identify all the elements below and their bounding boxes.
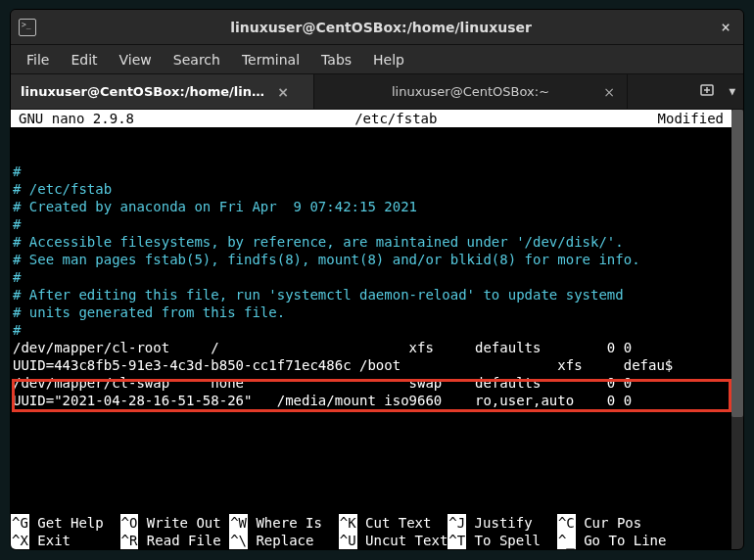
file-line: UUID=443c8fb5-91e3-4c3d-b850-cc1f71ec486… — [11, 356, 743, 374]
shortcut-desc: Exit — [29, 532, 120, 549]
shortcut-desc: Uncut Text — [357, 532, 448, 549]
menu-search[interactable]: Search — [164, 48, 230, 71]
shortcut-desc: Replace — [248, 532, 339, 549]
shortcut-key: ^J — [448, 514, 466, 532]
shortcut-desc: Get Help — [29, 514, 120, 532]
shortcut-key: ^K — [339, 514, 357, 532]
tabbar: linuxuser@CentOSBox:/home/linuxus... × l… — [11, 74, 743, 110]
window-title: linuxuser@CentOSBox:/home/linuxuser — [46, 20, 716, 35]
shortcut-key: ^T — [448, 532, 466, 549]
file-line-highlighted: UUID="2021-04-28-16-51-58-26" /media/mou… — [11, 392, 743, 409]
shortcut-key: ^_ — [557, 532, 576, 549]
shortcut-key: ^G — [11, 514, 29, 532]
tab-0[interactable]: linuxuser@CentOSBox:/home/linuxus... × — [11, 74, 314, 109]
shortcut-key: ^X — [11, 532, 29, 549]
menu-view[interactable]: View — [110, 48, 162, 71]
tab-0-close-icon[interactable]: × — [275, 84, 291, 100]
nano-status: Modified — [658, 110, 724, 127]
nano-filename: /etc/fstab — [354, 110, 437, 127]
menubar: File Edit View Search Terminal Tabs Help — [11, 45, 743, 74]
scrollbar-thumb[interactable] — [731, 110, 743, 417]
close-button[interactable]: × — [716, 18, 735, 36]
menu-terminal[interactable]: Terminal — [232, 48, 309, 71]
file-line: # After editing this file, run 'systemct… — [11, 286, 743, 303]
menu-edit[interactable]: Edit — [61, 48, 107, 71]
file-line: # /etc/fstab — [11, 180, 743, 198]
nano-header: GNU nano 2.9.8 /etc/fstab Modified — [11, 110, 731, 127]
shortcut-key: ^\ — [229, 532, 248, 549]
nano-version: GNU nano 2.9.8 — [19, 110, 134, 127]
tab-controls: ▼ — [691, 74, 743, 109]
shortcut-key: ^R — [120, 532, 139, 549]
titlebar: linuxuser@CentOSBox:/home/linuxuser × — [11, 10, 743, 45]
shortcut-desc: Write Out — [138, 514, 229, 532]
tab-menu-dropdown-icon[interactable]: ▼ — [729, 85, 735, 98]
file-line: # Accessible filesystems, by reference, … — [11, 233, 743, 251]
nano-footer: ^G Get Help ^O Write Out ^W Where Is ^K … — [11, 514, 731, 549]
scrollbar[interactable] — [731, 110, 743, 549]
menu-help[interactable]: Help — [363, 48, 414, 71]
menu-tabs[interactable]: Tabs — [311, 48, 361, 71]
tab-1-close-icon[interactable]: × — [601, 84, 617, 100]
shortcut-key: ^U — [339, 532, 357, 549]
file-line — [11, 145, 743, 163]
file-line: # Created by anaconda on Fri Apr 9 07:42… — [11, 198, 743, 215]
terminal-window: linuxuser@CentOSBox:/home/linuxuser × Fi… — [10, 9, 744, 550]
file-line: # See man pages fstab(5), findfs(8), mou… — [11, 251, 743, 268]
tab-1-label: linuxuser@CentOSBox:~ — [392, 84, 549, 99]
menu-file[interactable]: File — [17, 48, 59, 71]
file-line: # — [11, 268, 743, 286]
file-line: # — [11, 163, 743, 180]
file-line: /dev/mapper/cl-swap none swap defaults 0… — [11, 374, 743, 392]
shortcut-desc: Justify — [466, 514, 557, 532]
file-line — [11, 127, 743, 145]
shortcut-key: ^C — [557, 514, 576, 532]
shortcut-key: ^O — [120, 514, 139, 532]
terminal-content[interactable]: GNU nano 2.9.8 /etc/fstab Modified # # /… — [11, 110, 743, 549]
shortcut-key: ^W — [229, 514, 248, 532]
terminal-icon — [19, 19, 36, 36]
new-tab-icon[interactable] — [699, 82, 715, 102]
shortcut-desc: Read File — [138, 532, 229, 549]
file-line: # — [11, 215, 743, 233]
shortcut-desc: To Spell — [466, 532, 557, 549]
shortcut-desc: Where Is — [248, 514, 339, 532]
tab-1[interactable]: linuxuser@CentOSBox:~ × — [314, 74, 628, 109]
tab-0-label: linuxuser@CentOSBox:/home/linuxus... — [21, 84, 265, 99]
shortcut-desc: Cut Text — [357, 514, 448, 532]
shortcut-desc: Go To Line — [576, 532, 667, 549]
file-line: # units generated from this file. — [11, 303, 743, 321]
file-line: # — [11, 321, 743, 339]
file-line: /dev/mapper/cl-root / xfs defaults 0 0 — [11, 339, 743, 356]
shortcut-desc: Cur Pos — [576, 514, 667, 532]
